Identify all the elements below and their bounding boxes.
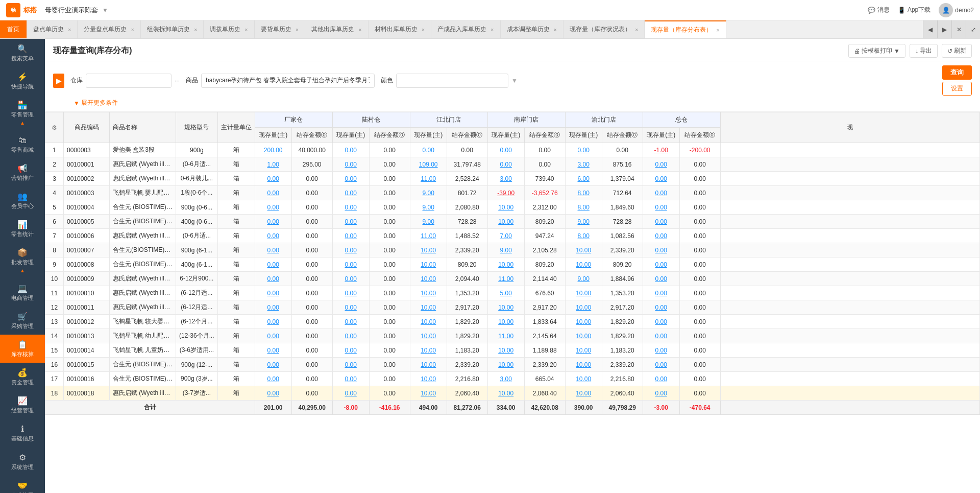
row-t-qty[interactable]: 0.00 xyxy=(643,372,679,386)
sidebar-item-purchase[interactable]: 🛒 采购管理 xyxy=(0,307,45,335)
row-t-qty[interactable]: 0.00 xyxy=(643,257,679,272)
row-jb-qty[interactable]: 9.00 xyxy=(410,200,447,215)
tab-1[interactable]: 盘点单历史 × xyxy=(27,20,78,39)
close-icon[interactable]: × xyxy=(422,27,425,33)
selector-arrow[interactable]: ▼ xyxy=(102,7,108,14)
row-f-qty[interactable]: 0.00 xyxy=(255,315,291,329)
row-yb-qty[interactable]: 9.00 xyxy=(565,272,602,286)
row-f-qty[interactable]: 0.00 xyxy=(255,286,291,300)
goods-input[interactable] xyxy=(201,74,375,88)
row-t-qty[interactable]: 0.00 xyxy=(643,358,679,372)
industry-selector[interactable]: 母婴行业演示陈套 xyxy=(45,6,98,15)
row-l-qty[interactable]: 0.00 xyxy=(332,229,369,243)
row-yb-qty[interactable]: 9.00 xyxy=(565,215,602,229)
row-t-qty[interactable]: 0.00 xyxy=(643,172,679,186)
settings-gear-icon[interactable]: ⚙ xyxy=(52,124,57,131)
row-l-qty[interactable]: 0.00 xyxy=(332,257,369,272)
app-download-btn[interactable]: 📱 App下载 xyxy=(898,6,930,14)
tab-close-btn[interactable]: ✕ xyxy=(951,20,966,39)
row-na-qty[interactable]: 5.00 xyxy=(487,286,524,300)
row-f-qty[interactable]: 0.00 xyxy=(255,215,291,229)
row-l-qty[interactable]: 0.00 xyxy=(332,157,369,172)
row-jb-qty[interactable]: 10.00 xyxy=(410,257,447,272)
row-jb-qty[interactable]: 0.00 xyxy=(410,143,447,157)
row-t-qty[interactable]: 0.00 xyxy=(643,300,679,315)
row-l-qty[interactable]: 0.00 xyxy=(332,200,369,215)
expand-more-btn[interactable]: ▼ 展开更多条件 xyxy=(74,99,972,107)
close-icon[interactable]: × xyxy=(716,27,719,33)
row-jb-qty[interactable]: 11.00 xyxy=(410,172,447,186)
row-t-qty[interactable]: 0.00 xyxy=(643,186,679,200)
row-na-qty[interactable]: 10.00 xyxy=(487,215,524,229)
row-f-qty[interactable]: 0.00 xyxy=(255,343,291,358)
row-yb-qty[interactable]: 10.00 xyxy=(565,329,602,343)
row-yb-qty[interactable]: 10.00 xyxy=(565,343,602,358)
close-icon[interactable]: × xyxy=(194,27,197,33)
row-jb-qty[interactable]: 10.00 xyxy=(410,286,447,300)
tab-home[interactable]: 首页 xyxy=(0,20,27,39)
print-btn[interactable]: 🖨 按模板打印 ▼ xyxy=(848,44,905,58)
tab-10[interactable]: 现存量（库存状况表） × xyxy=(564,20,645,39)
row-jb-qty[interactable]: 10.00 xyxy=(410,300,447,315)
row-l-qty[interactable]: 0.00 xyxy=(332,143,369,157)
row-yb-qty[interactable]: 8.00 xyxy=(565,200,602,215)
close-icon[interactable]: × xyxy=(491,27,494,33)
row-yb-qty[interactable]: 0.00 xyxy=(565,143,602,157)
row-f-qty[interactable]: 1.00 xyxy=(255,157,291,172)
row-t-qty[interactable]: 0.00 xyxy=(643,329,679,343)
row-t-qty[interactable]: 0.00 xyxy=(643,343,679,358)
close-icon[interactable]: × xyxy=(131,27,134,33)
tab-2[interactable]: 分量盘点单历史 × xyxy=(78,20,140,39)
row-yb-qty[interactable]: 10.00 xyxy=(565,300,602,315)
row-jb-qty[interactable]: 10.00 xyxy=(410,358,447,372)
row-na-qty[interactable]: 10.00 xyxy=(487,358,524,372)
close-icon[interactable]: × xyxy=(68,27,71,33)
row-f-qty[interactable]: 0.00 xyxy=(255,257,291,272)
row-t-qty[interactable]: 0.00 xyxy=(643,286,679,300)
warehouse-dots[interactable]: ··· xyxy=(175,77,180,84)
row-jb-qty[interactable]: 10.00 xyxy=(410,372,447,386)
row-yb-qty[interactable]: 3.00 xyxy=(565,157,602,172)
tab-next-btn[interactable]: ▶ xyxy=(937,20,951,39)
sidebar-item-mall[interactable]: 🛍 零售商城 xyxy=(0,131,45,158)
row-f-qty[interactable]: 0.00 xyxy=(255,172,291,186)
row-jb-qty[interactable]: 10.00 xyxy=(410,343,447,358)
row-na-qty[interactable]: 10.00 xyxy=(487,343,524,358)
close-icon[interactable]: × xyxy=(635,27,638,33)
row-na-qty[interactable]: -39.00 xyxy=(487,186,524,200)
expand-orange-btn[interactable]: ▶ xyxy=(53,74,64,88)
row-yb-qty[interactable]: 10.00 xyxy=(565,386,602,401)
color-dropdown-arrow[interactable]: ▼ xyxy=(511,77,518,84)
row-t-qty[interactable]: 0.00 xyxy=(643,200,679,215)
row-t-qty[interactable]: 0.00 xyxy=(643,315,679,329)
row-yb-qty[interactable]: 10.00 xyxy=(565,257,602,272)
row-jb-qty[interactable]: 109.00 xyxy=(410,157,447,172)
message-btn[interactable]: 💬 消息 xyxy=(868,6,890,14)
tab-6[interactable]: 其他出库单历史 × xyxy=(305,20,368,39)
row-jb-qty[interactable]: 10.00 xyxy=(410,243,447,257)
row-l-qty[interactable]: 0.00 xyxy=(332,186,369,200)
row-jb-qty[interactable]: 10.00 xyxy=(410,272,447,286)
row-l-qty[interactable]: 0.00 xyxy=(332,215,369,229)
row-f-qty[interactable]: 0.00 xyxy=(255,243,291,257)
row-yb-qty[interactable]: 8.00 xyxy=(565,186,602,200)
sidebar-item-collab[interactable]: 🤝 企业协同 xyxy=(0,476,45,493)
row-l-qty[interactable]: 0.00 xyxy=(332,343,369,358)
tab-7[interactable]: 材料出库单历史 × xyxy=(369,20,431,39)
row-yb-qty[interactable]: 6.00 xyxy=(565,172,602,186)
row-t-qty[interactable]: 0.00 xyxy=(643,157,679,172)
tab-3[interactable]: 组装拆卸单历史 × xyxy=(141,20,204,39)
sidebar-item-retailstats[interactable]: 📊 零售统计 xyxy=(0,215,45,243)
sidebar-item-retail[interactable]: 🏪 零售管理 ▲ xyxy=(0,95,45,130)
row-na-qty[interactable]: 11.00 xyxy=(487,272,524,286)
row-yb-qty[interactable]: 10.00 xyxy=(565,372,602,386)
row-f-qty[interactable]: 0.00 xyxy=(255,358,291,372)
row-yb-qty[interactable]: 10.00 xyxy=(565,315,602,329)
row-na-qty[interactable]: 0.00 xyxy=(487,143,524,157)
row-na-qty[interactable]: 3.00 xyxy=(487,372,524,386)
row-t-qty[interactable]: 0.00 xyxy=(643,243,679,257)
close-icon[interactable]: × xyxy=(296,27,299,33)
row-yb-qty[interactable]: 10.00 xyxy=(565,243,602,257)
row-yb-qty[interactable]: 8.00 xyxy=(565,229,602,243)
row-na-qty[interactable]: 10.00 xyxy=(487,300,524,315)
